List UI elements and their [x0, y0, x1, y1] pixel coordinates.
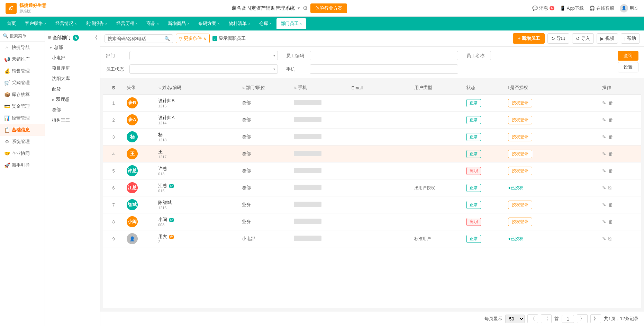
authorize-button[interactable]: 授权登录 — [508, 99, 532, 107]
close-icon[interactable]: × — [187, 22, 189, 26]
dept-item-shenyang[interactable]: 沈阳大库 — [45, 73, 100, 84]
copy-button[interactable]: ⎘ — [608, 185, 611, 191]
tab-new-product[interactable]: 新增商品 × — [164, 18, 193, 29]
search-submit-icon[interactable]: 🔍 — [164, 36, 170, 41]
edit-button[interactable]: ✎ — [602, 151, 606, 157]
tab-history[interactable]: 经营历程 × — [112, 18, 142, 29]
app-download-item[interactable]: 📱 App下载 — [560, 5, 584, 11]
sidebar-item-marketing[interactable]: 📢 营销推广 — [0, 53, 45, 65]
col-name-header[interactable]: ⇅ 姓名/编码 — [155, 81, 239, 95]
delete-button[interactable]: 🗑 — [608, 202, 613, 208]
col-phone-header[interactable]: ⇅ 手机 — [291, 81, 348, 95]
dropdown-icon[interactable]: ▾ — [298, 6, 300, 11]
sidebar-search-input[interactable] — [10, 34, 42, 38]
edit-button[interactable]: ✎ — [602, 100, 606, 106]
authorize-button[interactable]: 授权登录 — [508, 116, 532, 124]
import-button[interactable]: ↺ 导入 — [572, 33, 594, 44]
authorize-button[interactable]: 授权登录 — [508, 133, 532, 141]
dept-item-zongbu[interactable]: 总部 — [45, 105, 100, 115]
more-conditions-btn[interactable]: ▽ 更多条件 ∧ — [176, 34, 210, 43]
sidebar-item-sales[interactable]: 💰 销售管理 — [0, 65, 45, 77]
search-input[interactable] — [108, 36, 163, 41]
settings-icon[interactable]: ⚙ — [303, 5, 308, 11]
edit-button[interactable]: ✎ — [602, 185, 606, 191]
per-page-select[interactable]: 50 20 100 — [505, 315, 525, 323]
edit-button[interactable]: ✎ — [602, 236, 606, 241]
delete-button[interactable]: 🗑 — [608, 219, 613, 224]
authorize-button[interactable]: 授权登录 — [508, 150, 532, 158]
message-item[interactable]: 💬 消息 6 — [532, 5, 554, 11]
delete-button[interactable]: 🗑 — [608, 134, 613, 140]
close-icon[interactable]: × — [75, 22, 77, 26]
sidebar-item-finance[interactable]: 💳 资金管理 — [0, 100, 45, 112]
tab-home[interactable]: 首页 — [3, 18, 20, 29]
trial-button[interactable]: 体验行业方案 — [310, 3, 347, 13]
dept-item-xiao[interactable]: 小电部 — [45, 53, 100, 63]
tab-employees[interactable]: 部门员工 × — [276, 18, 306, 29]
edit-button[interactable]: ✎ — [602, 168, 606, 174]
dept-item-zhishu[interactable]: 植树王三 — [45, 115, 100, 125]
edit-button[interactable]: ✎ — [602, 202, 606, 208]
tab-material[interactable]: 物料清单 × — [225, 18, 254, 29]
last-page-button[interactable]: 》 — [590, 314, 601, 323]
authorize-button[interactable]: 授权登录 — [508, 218, 532, 226]
tab-profit[interactable]: 利润报告 × — [82, 18, 111, 29]
col-settings[interactable]: ⚙ — [103, 81, 124, 95]
dept-item-shuanglu[interactable]: ▶ 双鹿想 — [45, 94, 100, 105]
dept-item-project[interactable]: 项目库房 — [45, 63, 100, 73]
sidebar-item-system[interactable]: ⚙ 系统管理 — [0, 136, 45, 148]
sidebar-item-quicknav[interactable]: ⌂ 快捷导航 — [0, 42, 45, 53]
copy-button[interactable]: ⎘ — [608, 236, 611, 241]
search-button[interactable]: 查询 — [618, 51, 638, 61]
edit-button[interactable]: ✎ — [602, 219, 606, 224]
close-icon-active[interactable]: × — [300, 22, 302, 26]
dept-item-root[interactable]: ▼ 总部 — [45, 42, 100, 53]
sidebar-item-inventory[interactable]: 📦 库存核算 — [0, 89, 45, 100]
edit-dept-icon[interactable]: ✎ — [73, 35, 79, 41]
filter-status-select[interactable] — [129, 64, 278, 74]
sidebar-item-guide[interactable]: 🚀 新手引导 — [0, 159, 45, 171]
sidebar-item-basic-info[interactable]: 📋 基础信息 — [0, 124, 45, 136]
export-button[interactable]: ↻ 导出 — [547, 33, 569, 44]
tab-customer[interactable]: 客户联络 × — [21, 18, 51, 29]
page-number-input[interactable] — [562, 315, 574, 323]
close-icon[interactable]: × — [44, 22, 46, 26]
filter-dept-select[interactable] — [129, 51, 278, 60]
sidebar-item-collab[interactable]: 🤝 企业协同 — [0, 148, 45, 159]
show-resigned-toggle[interactable]: ✓ 显示离职员工 — [212, 35, 246, 42]
filter-empcode-input[interactable] — [310, 51, 458, 60]
tab-barcode[interactable]: 条码方案 × — [194, 18, 224, 29]
close-icon[interactable]: × — [157, 22, 159, 26]
user-item[interactable]: 👤 用友 — [620, 4, 638, 12]
close-icon[interactable]: × — [136, 22, 138, 26]
collapse-tree-icon[interactable]: 《 — [93, 35, 97, 41]
tab-products[interactable]: 商品 × — [142, 18, 163, 29]
edit-button[interactable]: ✎ — [602, 117, 606, 123]
close-icon[interactable]: × — [105, 22, 107, 26]
authorize-button[interactable]: 授权登录 — [508, 167, 532, 175]
close-icon[interactable]: × — [248, 22, 250, 26]
delete-button[interactable]: 🗑 — [608, 100, 613, 106]
add-employee-button[interactable]: + 新增员工 — [513, 33, 544, 44]
sidebar-item-business[interactable]: 📊 经营管理 — [0, 112, 45, 124]
sidebar-item-purchase[interactable]: 🛒 采购管理 — [0, 77, 45, 89]
delete-button[interactable]: 🗑 — [608, 151, 613, 157]
filter-empname-input[interactable] — [490, 51, 638, 60]
view-button[interactable]: ▶ 视频 — [597, 33, 618, 44]
filter-settings-button[interactable]: 设置 — [618, 62, 638, 72]
close-icon[interactable]: × — [218, 22, 220, 26]
tab-operation[interactable]: 经营情况 × — [51, 18, 81, 29]
delete-button[interactable]: 🗑 — [608, 168, 613, 174]
tab-warehouse[interactable]: 仓库 × — [255, 18, 276, 29]
delete-button[interactable]: 🗑 — [608, 117, 613, 123]
close-icon[interactable]: × — [270, 22, 272, 26]
help-button[interactable]: | 帮助 — [621, 33, 640, 44]
authorize-button[interactable]: 授权登录 — [508, 201, 532, 209]
dept-item-peihuo[interactable]: 配货 — [45, 84, 100, 94]
prev-page-button[interactable]: 〈 — [541, 314, 552, 323]
next-page-button[interactable]: 〉 — [577, 314, 588, 323]
filter-phone-input[interactable] — [310, 64, 458, 74]
online-service-item[interactable]: 🎧 在线客服 — [589, 5, 614, 11]
first-page-button[interactable]: 《 — [527, 314, 538, 323]
edit-button[interactable]: ✎ — [602, 134, 606, 140]
